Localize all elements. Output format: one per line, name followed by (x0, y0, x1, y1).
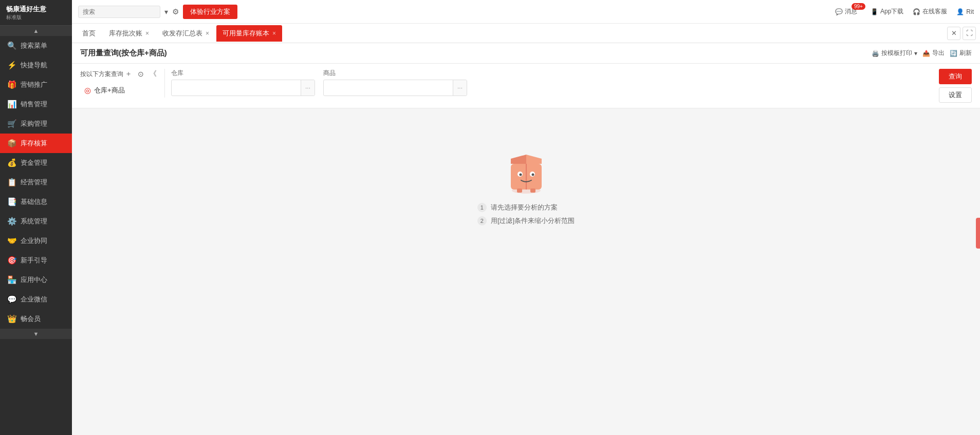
settings-gear-button[interactable]: ⚙ (172, 7, 179, 16)
sidebar-item-shortcut[interactable]: ⚡ 快捷导航 (0, 55, 72, 75)
tab-summary-label: 收发存汇总表 (162, 29, 202, 38)
headset-icon: 🎧 (913, 8, 920, 15)
sidebar-item-finance[interactable]: 💰 资金管理 (0, 153, 72, 173)
sidebar-header: 畅康通好生意 标准版 (0, 0, 72, 26)
right-scrollbar-hint (976, 218, 980, 249)
sidebar-item-marketing[interactable]: 🎁 营销推广 (0, 75, 72, 94)
sidebar-item-search[interactable]: 🔍 搜索菜单 (0, 36, 72, 55)
app-download-button[interactable]: 📱 App下载 (871, 7, 903, 16)
sidebar-item-label: 企业协同 (21, 236, 47, 245)
sidebar-item-system[interactable]: ⚙️ 系统管理 (0, 212, 72, 231)
crown-icon: 👑 (7, 314, 16, 324)
user-menu-button[interactable]: 👤 Rit (956, 8, 974, 15)
messages-button[interactable]: 💬 消息 99+ (835, 7, 861, 16)
sidebar-item-operations[interactable]: 📋 经营管理 (0, 173, 72, 192)
sidebar-item-label: 企业微信 (21, 295, 47, 304)
sidebar-item-basic[interactable]: 📑 基础信息 (0, 192, 72, 212)
empty-illustration (501, 143, 552, 195)
print-label: 按模板打印 (881, 49, 912, 58)
close-all-tabs-button[interactable]: ✕ (947, 27, 960, 40)
scheme-add-button[interactable]: ＋ (123, 69, 134, 79)
sidebar-item-label: 搜索菜单 (21, 41, 47, 50)
tab-right-buttons: ✕ ⛶ (947, 27, 976, 40)
empty-text: 1 请先选择要分析的方案 2 用[过滤]条件来缩小分析范围 (477, 203, 575, 225)
scheme-collapse-button[interactable]: 《 (148, 69, 158, 79)
sidebar-item-label: 基础信息 (21, 197, 47, 206)
cart-icon: 🛒 (7, 119, 16, 128)
tab-summary-close[interactable]: × (206, 30, 209, 37)
customer-service-button[interactable]: 🎧 在线客服 (913, 7, 947, 16)
refresh-button[interactable]: 🔄 刷新 (950, 49, 972, 58)
svg-marker-2 (511, 155, 526, 164)
sidebar: 畅康通好生意 标准版 ▲ 🔍 搜索菜单 ⚡ 快捷导航 🎁 营销推广 📊 销售管理… (0, 0, 72, 435)
sidebar-item-corp[interactable]: 🤝 企业协同 (0, 231, 72, 251)
chat-icon: 💬 (7, 295, 16, 304)
sidebar-item-guide[interactable]: 🎯 新手引导 (0, 251, 72, 270)
user-label: Rit (966, 8, 974, 15)
search-input[interactable] (78, 6, 160, 18)
handshake-icon: 🤝 (7, 236, 16, 245)
gear-icon: ⚙️ (7, 217, 16, 226)
warehouse-filter-field: 仓库 ··· (171, 69, 315, 96)
filter-schemes-panel: 按以下方案查询 ＋ ⊙ 《 ◎ 仓库+商品 (80, 69, 165, 98)
hint-num-2: 2 (477, 216, 487, 225)
sidebar-item-member[interactable]: 👑 畅会员 (0, 309, 72, 329)
empty-box-svg (501, 143, 552, 195)
sidebar-item-purchase[interactable]: 🛒 采购管理 (0, 114, 72, 134)
doc-icon: 📑 (7, 197, 16, 206)
hint-text-2: 用[过滤]条件来缩小分析范围 (491, 216, 575, 225)
message-icon: 💬 (835, 8, 843, 15)
goods-label: 商品 (323, 69, 467, 78)
main-area: ▾ ⚙ 体验行业方案 💬 消息 99+ 📱 App下载 🎧 在线客服 👤 Rit (72, 0, 980, 435)
sidebar-item-label: 资金管理 (21, 158, 47, 167)
refresh-icon: 🔄 (950, 50, 957, 57)
scheme-item-warehouse-goods[interactable]: ◎ 仓库+商品 (80, 83, 158, 98)
scheme-settings-button[interactable]: ⊙ (136, 69, 146, 79)
search-dropdown-button[interactable]: ▾ (164, 8, 168, 16)
tab-batch-close[interactable]: × (145, 30, 149, 37)
svg-rect-10 (530, 188, 535, 193)
goods-more-button[interactable]: ··· (453, 80, 467, 96)
app-download-label: App下载 (880, 7, 903, 16)
sidebar-item-label: 经营管理 (21, 178, 47, 187)
sidebar-scroll-up[interactable]: ▲ (0, 26, 72, 36)
export-button[interactable]: 📤 导出 (922, 49, 945, 58)
page-header-actions: 🖨️ 按模板打印 ▾ 📤 导出 🔄 刷新 (872, 49, 972, 58)
warehouse-input-wrap: ··· (171, 80, 315, 96)
print-button[interactable]: 🖨️ 按模板打印 ▾ (872, 49, 917, 58)
query-button[interactable]: 查询 (939, 69, 972, 84)
clipboard-icon: 📋 (7, 178, 16, 187)
tab-available-close[interactable]: × (272, 30, 276, 37)
tab-home[interactable]: 首页 (76, 25, 102, 42)
schemes-actions: ＋ ⊙ 《 (123, 69, 158, 79)
hint-num-1: 1 (477, 203, 487, 212)
sidebar-item-weixin[interactable]: 💬 企业微信 (0, 290, 72, 309)
page-content: 可用量查询(按仓库+商品) 🖨️ 按模板打印 ▾ 📤 导出 🔄 刷新 (72, 43, 980, 435)
export-icon: 📤 (922, 50, 930, 57)
tab-available-qty[interactable]: 可用量库存账本 × (216, 25, 282, 42)
topbar: ▾ ⚙ 体验行业方案 💬 消息 99+ 📱 App下载 🎧 在线客服 👤 Rit (72, 0, 980, 24)
svg-point-8 (531, 174, 534, 176)
expand-tab-button[interactable]: ⛶ (963, 27, 976, 40)
tabbar: 首页 库存批次账 × 收发存汇总表 × 可用量库存账本 × ✕ ⛶ (72, 24, 980, 43)
sidebar-item-label: 系统管理 (21, 217, 47, 226)
filter-settings-button[interactable]: 设置 (939, 87, 972, 103)
industry-solution-button[interactable]: 体验行业方案 (183, 5, 237, 19)
sidebar-item-sales[interactable]: 📊 销售管理 (0, 94, 72, 114)
inventory-icon: 📦 (7, 139, 16, 148)
sidebar-item-apps[interactable]: 🏪 应用中心 (0, 270, 72, 290)
sidebar-item-label: 库存核算 (21, 139, 47, 148)
sidebar-item-label: 畅会员 (21, 314, 41, 324)
goods-input[interactable] (324, 82, 453, 94)
tab-batch-account[interactable]: 库存批次账 × (103, 25, 155, 42)
svg-point-7 (519, 174, 522, 176)
svg-marker-3 (526, 155, 542, 164)
app-subtitle: 标准版 (6, 14, 66, 21)
tab-summary[interactable]: 收发存汇总表 × (156, 25, 215, 42)
warehouse-more-button[interactable]: ··· (301, 80, 315, 96)
sidebar-item-inventory[interactable]: 📦 库存核算 (0, 134, 72, 153)
service-label: 在线客服 (922, 7, 947, 16)
export-label: 导出 (932, 49, 945, 58)
sidebar-scroll-down[interactable]: ▼ (0, 329, 72, 339)
warehouse-input[interactable] (172, 82, 301, 94)
